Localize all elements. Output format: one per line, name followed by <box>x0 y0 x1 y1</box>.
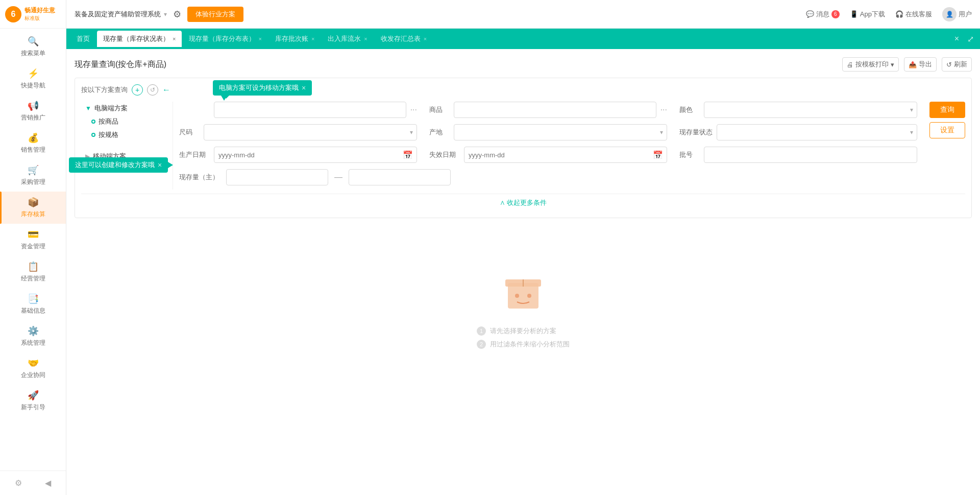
filter-grid-row1: ··· 商品 ··· <box>179 102 917 118</box>
user-label: 用户 <box>959 10 972 19</box>
sidebar-item-basicinfo[interactable]: 📑 基础信息 <box>0 288 66 320</box>
sidebar-item-newbie[interactable]: 🚀 新手引导 <box>0 385 66 417</box>
tab-close-icon[interactable]: × <box>364 36 367 42</box>
finance-icon: 💳 <box>28 229 39 240</box>
warehouse-input[interactable] <box>214 102 406 118</box>
sidebar-item-search[interactable]: 🔍 搜索菜单 <box>0 31 66 63</box>
scheme-by-spec[interactable]: 按规格 <box>81 128 166 142</box>
origin-input-wrap: ▾ <box>454 124 667 140</box>
sidebar-item-operation[interactable]: 📋 经营管理 <box>0 256 66 288</box>
print-btn[interactable]: 🖨 按模板打印 ▾ <box>842 57 899 72</box>
system-dropdown-arrow[interactable]: ▾ <box>164 11 167 18</box>
user-menu[interactable]: 👤 用户 <box>942 7 972 21</box>
origin-input[interactable] <box>454 124 667 140</box>
tab-close-all-btn[interactable]: × <box>952 32 961 46</box>
tab-label: 库存批次账 <box>275 34 308 43</box>
stock-main-from[interactable] <box>226 169 328 185</box>
export-btn[interactable]: 📤 导出 <box>904 57 937 72</box>
sidebar-item-system[interactable]: ⚙️ 系统管理 <box>0 320 66 352</box>
svg-rect-0 <box>508 283 538 309</box>
sidebar-item-sales[interactable]: 💰 销售管理 <box>0 127 66 159</box>
tab-close-icon[interactable]: × <box>173 36 176 42</box>
collapse-icon: ∧ <box>500 199 505 206</box>
sidebar-settings-btn[interactable]: ⚙ <box>13 476 24 490</box>
scheme-by-goods[interactable]: 按商品 <box>81 115 166 128</box>
tab-expand-btn[interactable]: ⤢ <box>965 32 976 46</box>
filter-refresh-btn[interactable]: ↺ <box>147 84 158 96</box>
sidebar-item-quicknav[interactable]: ⚡ 快捷导航 <box>0 63 66 95</box>
inventory-icon: 📦 <box>28 197 39 208</box>
trial-btn[interactable]: 体验行业方案 <box>187 7 243 22</box>
sidebar-item-label: 营销推广 <box>21 113 45 122</box>
stock-main-dash: — <box>334 173 342 182</box>
online-service-btn[interactable]: 🎧 在线客服 <box>895 10 932 19</box>
batch-no-input[interactable] <box>704 147 917 163</box>
tab-close-icon[interactable]: × <box>424 36 427 42</box>
msg-btn[interactable]: 💬 消息 6 <box>806 10 840 19</box>
sidebar-item-label: 资金管理 <box>21 242 45 251</box>
filter-row-stock-status: 现存量状态 ▾ <box>679 124 917 140</box>
scheme-desktop-label: 电脑端方案 <box>94 104 128 113</box>
empty-steps: 1 请先选择要分析的方案 2 用过滤条件来缩小分析范围 <box>477 326 570 349</box>
sales-icon: 💰 <box>28 132 39 144</box>
filter-back-btn[interactable]: ← <box>162 85 170 95</box>
logo-text-wrap: 畅通好生意 标准版 <box>24 6 55 22</box>
tab-inventory-dist[interactable]: 现存量（库存分布表） × <box>183 31 267 47</box>
step1-text: 请先选择要分析的方案 <box>490 326 556 336</box>
sidebar-nav: 🔍 搜索菜单 ⚡ 快捷导航 📢 营销推广 💰 销售管理 🛒 采购管理 📦 库存核… <box>0 29 66 470</box>
header-settings-icon[interactable]: ⚙ <box>173 9 181 20</box>
tooltip2-close-btn[interactable]: × <box>158 161 162 169</box>
print-label: 按模板打印 <box>855 60 889 69</box>
prod-date-label: 生产日期 <box>179 150 210 159</box>
tab-inventory-status[interactable]: 现存量（库存状况表） × <box>97 31 182 47</box>
color-input[interactable] <box>704 102 917 118</box>
scheme-desktop-header[interactable]: ▼ 电脑端方案 <box>81 102 166 115</box>
sidebar-item-purchase[interactable]: 🛒 采购管理 <box>0 159 66 192</box>
batch-no-label: 批号 <box>679 150 700 159</box>
filter-section-inner: ▼ 电脑端方案 按商品 按规格 <box>81 102 965 190</box>
collapse-bar[interactable]: ∧ 收起更多条件 <box>81 194 965 211</box>
system-name: 装备及固定资产辅助管理系统 ▾ <box>75 10 167 19</box>
search-btn[interactable]: 查询 <box>929 102 965 118</box>
tab-bar-right: × ⤢ <box>952 32 976 46</box>
sidebar-item-inventory[interactable]: 📦 库存核算 <box>0 192 66 224</box>
step2-text: 用过滤条件来缩小分析范围 <box>490 340 570 349</box>
refresh-btn[interactable]: ↺ 刷新 <box>942 57 972 72</box>
tab-in-out-flow[interactable]: 出入库流水 × <box>322 31 373 47</box>
tab-batch-account[interactable]: 库存批次账 × <box>269 31 321 47</box>
goods-dots[interactable]: ··· <box>660 105 667 114</box>
tab-home[interactable]: 首页 <box>70 34 96 43</box>
sidebar-item-finance[interactable]: 💳 资金管理 <box>0 224 66 256</box>
quicknav-icon: ⚡ <box>28 68 39 79</box>
sidebar-item-label: 基础信息 <box>21 307 45 315</box>
goods-input[interactable] <box>454 102 656 118</box>
warehouse-dots[interactable]: ··· <box>410 105 417 114</box>
empty-illustration <box>493 265 554 318</box>
collapse-label: 收起更多条件 <box>507 199 547 206</box>
tab-recv-summary[interactable]: 收发存汇总表 × <box>375 31 433 47</box>
filter-row-goods: 商品 ··· <box>429 102 667 118</box>
sidebar-item-label: 库存核算 <box>21 210 45 219</box>
top-header: 装备及固定资产辅助管理系统 ▾ ⚙ 体验行业方案 💬 消息 6 📱 App下载 … <box>66 0 980 29</box>
prod-date-input[interactable] <box>214 147 417 163</box>
stock-status-input[interactable] <box>717 124 917 140</box>
sidebar-item-label: 采购管理 <box>21 178 45 186</box>
export-label: 导出 <box>919 60 932 69</box>
filter-label: 按以下方案查询 <box>81 85 128 95</box>
sidebar-item-label: 新手引导 <box>21 403 45 412</box>
sidebar-collapse-btn[interactable]: ◀ <box>43 476 53 490</box>
app-download-btn[interactable]: 📱 App下载 <box>850 10 885 19</box>
stock-main-to[interactable] <box>349 169 451 185</box>
filter-add-btn[interactable]: + <box>132 84 143 96</box>
filter-row-origin: 产地 ▾ <box>429 124 667 140</box>
tab-close-icon[interactable]: × <box>258 36 261 42</box>
tooltip1-close-btn[interactable]: × <box>302 84 306 92</box>
tab-close-icon[interactable]: × <box>311 36 314 42</box>
sidebar-item-marketing[interactable]: 📢 营销推广 <box>0 95 66 127</box>
size-input[interactable] <box>204 124 417 140</box>
set-btn[interactable]: 设置 <box>929 122 965 138</box>
expiry-date-input[interactable] <box>464 147 667 163</box>
size-input-wrap: ▾ <box>204 124 417 140</box>
sidebar-item-corp[interactable]: 🤝 企业协同 <box>0 352 66 385</box>
purchase-icon: 🛒 <box>28 164 39 176</box>
